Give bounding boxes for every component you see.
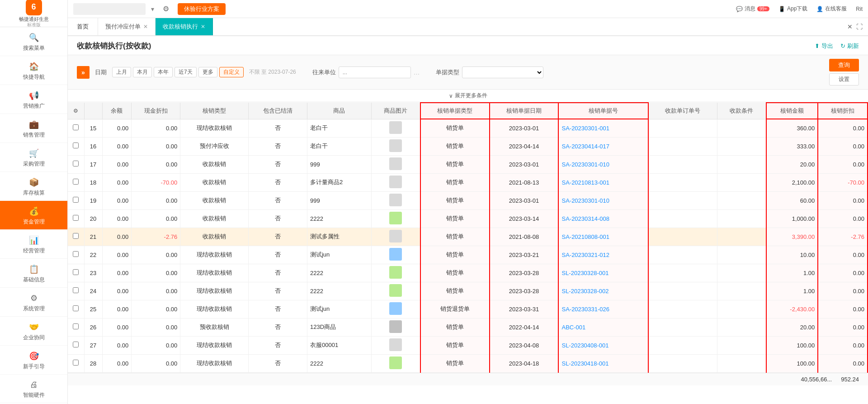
wo-doc-no-link[interactable]: SA-20230301-010 xyxy=(561,197,609,204)
date-this-year-btn[interactable]: 本年 xyxy=(154,67,173,77)
system-icon: ⚙ xyxy=(30,293,38,303)
wo-doc-no-link[interactable]: SL-20230328-001 xyxy=(561,270,609,276)
sidebar-item-inventory[interactable]: 📦 库存核算 xyxy=(0,172,67,201)
tab-prepay[interactable]: 预付冲应付单 ✕ xyxy=(98,18,156,35)
wo-doc-no-link[interactable]: SA-20210808-001 xyxy=(561,233,609,240)
cell-gear[interactable] xyxy=(68,264,84,282)
sidebar-item-marketing[interactable]: 📢 营销推广 xyxy=(0,85,67,114)
sidebar-item-search[interactable]: 🔍 搜索菜单 xyxy=(0,27,67,56)
cell-gear[interactable] xyxy=(68,318,84,336)
wo-doc-no-link[interactable]: SL-20230408-001 xyxy=(561,342,609,349)
export-button[interactable]: ⬆ 导出 xyxy=(815,42,833,50)
expand-conditions[interactable]: ∨ 展开更多条件 xyxy=(68,90,868,102)
table-row: 26 0.00 0.00 预收款核销 否 123D商品 销货单 2022-04-… xyxy=(68,318,868,336)
cell-wo-discount: 0.00 xyxy=(818,137,868,155)
sidebar-item-newbie[interactable]: 🎯 新手引导 xyxy=(0,346,67,375)
tab-home[interactable]: 首页 xyxy=(68,18,98,35)
row-checkbox[interactable] xyxy=(73,233,79,239)
col-gear[interactable]: ⚙ xyxy=(68,103,84,119)
tab-prepay-close-icon[interactable]: ✕ xyxy=(143,24,148,30)
product-thumbnail xyxy=(389,230,402,242)
date-7days-btn[interactable]: 近7天 xyxy=(175,67,197,77)
date-this-month-btn[interactable]: 本月 xyxy=(133,67,152,77)
row-checkbox[interactable] xyxy=(73,342,79,347)
cell-gear[interactable] xyxy=(68,354,84,372)
wo-doc-no-link[interactable]: SA-20230314-008 xyxy=(561,215,609,222)
cell-gear[interactable] xyxy=(68,173,84,191)
cell-gear[interactable] xyxy=(68,228,84,246)
tab-collect[interactable]: 收款核销执行 ✕ xyxy=(156,18,213,35)
tab-expand-icon[interactable]: ⛶ xyxy=(856,23,863,30)
date-last-month-btn[interactable]: 上月 xyxy=(112,67,131,77)
operations-icon: 📊 xyxy=(29,235,39,245)
cell-cash-discount: 0.00 xyxy=(132,282,180,300)
wo-doc-no-link[interactable]: SA-20230301-001 xyxy=(561,125,609,132)
sidebar-item-smart-hw[interactable]: 🖨 智能硬件 xyxy=(0,375,67,403)
row-checkbox[interactable] xyxy=(73,269,79,275)
filter-toggle-button[interactable]: » xyxy=(77,66,90,79)
query-button[interactable]: 查询 xyxy=(829,59,859,71)
app-download-button[interactable]: 📱 App下载 xyxy=(778,5,807,13)
main-area: ▾ ⚙ 休验行业方案 💬 消息 99+ 📱 App下载 👤 在线客服 xyxy=(68,0,868,404)
row-checkbox[interactable] xyxy=(73,197,79,203)
online-service-button[interactable]: 👤 在线客服 xyxy=(816,5,847,13)
date-custom-btn[interactable]: 自定义 xyxy=(219,67,244,77)
row-checkbox[interactable] xyxy=(73,323,79,329)
messages-button[interactable]: 💬 消息 99+ xyxy=(736,5,769,13)
cell-wo-doc-no: SA-20230301-010 xyxy=(558,155,648,173)
cell-gear[interactable] xyxy=(68,300,84,318)
solution-button[interactable]: 休验行业方案 xyxy=(178,3,226,15)
row-checkbox[interactable] xyxy=(73,179,79,185)
cell-product-img xyxy=(371,191,420,209)
cell-gear[interactable] xyxy=(68,336,84,354)
cell-gear[interactable] xyxy=(68,119,84,137)
row-checkbox[interactable] xyxy=(73,215,79,221)
tab-collect-close-icon[interactable]: ✕ xyxy=(201,24,205,30)
sidebar-item-purchase[interactable]: 🛒 采购管理 xyxy=(0,143,67,172)
cell-gear[interactable] xyxy=(68,282,84,300)
refresh-button[interactable]: ↻ 刷新 xyxy=(840,42,859,50)
wo-doc-no-link[interactable]: SA-20210813-001 xyxy=(561,179,609,186)
row-checkbox[interactable] xyxy=(73,360,79,366)
wo-doc-no-link[interactable]: SA-20230414-017 xyxy=(561,143,609,150)
sidebar-item-operations[interactable]: 📊 经营管理 xyxy=(0,230,67,259)
wo-doc-no-link[interactable]: SL-20230418-001 xyxy=(561,360,609,367)
cell-cash-discount: 0.00 xyxy=(132,246,180,264)
sidebar-item-finance[interactable]: 💰 资金管理 xyxy=(0,201,67,230)
cell-wo-discount: 0.00 xyxy=(818,155,868,173)
cell-gear[interactable] xyxy=(68,137,84,155)
settings-gear-icon[interactable]: ⚙ xyxy=(160,3,172,15)
date-more-btn[interactable]: 更多 xyxy=(198,67,217,77)
cell-wo-doc-no: SA-20230314-008 xyxy=(558,209,648,228)
wo-doc-no-link[interactable]: SA-20230331-026 xyxy=(561,306,609,313)
setting-button[interactable]: 设置 xyxy=(829,73,859,86)
cell-product-img xyxy=(371,300,420,318)
sidebar-item-system[interactable]: ⚙ 系统管理 xyxy=(0,288,67,317)
row-checkbox[interactable] xyxy=(73,251,79,257)
row-checkbox[interactable] xyxy=(73,161,79,166)
doc-type-select[interactable] xyxy=(462,67,543,78)
wo-doc-no-link[interactable]: SA-20230321-012 xyxy=(561,252,609,258)
partner-input[interactable] xyxy=(339,67,411,78)
row-checkbox[interactable] xyxy=(73,305,79,311)
cell-gear[interactable] xyxy=(68,155,84,173)
sidebar-item-corp[interactable]: 🤝 企业协同 xyxy=(0,317,67,346)
sidebar-item-quick-nav[interactable]: 🏠 快捷导航 xyxy=(0,56,67,85)
table-wrapper[interactable]: ⚙ 余额 现金折扣 核销类型 包含已结清 商品 商品图片 核销单据类型 核销单据… xyxy=(68,102,868,404)
top-dropdown[interactable]: ▾ xyxy=(151,5,154,13)
row-checkbox[interactable] xyxy=(73,143,79,148)
wo-doc-no-link[interactable]: SL-20230328-002 xyxy=(561,288,609,295)
wo-doc-no-link[interactable]: ABC-001 xyxy=(561,324,585,331)
wo-doc-no-link[interactable]: SA-20230301-010 xyxy=(561,161,609,168)
sidebar-item-base-info[interactable]: 📋 基础信息 xyxy=(0,259,67,288)
cell-wo-doc-type: 销货单 xyxy=(420,228,490,246)
sidebar-item-sales[interactable]: 💼 销售管理 xyxy=(0,114,67,143)
tab-minimize-icon[interactable]: ✕ xyxy=(847,23,853,30)
cell-wo-amount: 2,100.00 xyxy=(766,173,818,191)
cell-gear[interactable] xyxy=(68,191,84,209)
cell-balance: 0.00 xyxy=(102,228,132,246)
cell-gear[interactable] xyxy=(68,209,84,228)
cell-gear[interactable] xyxy=(68,246,84,264)
row-checkbox[interactable] xyxy=(73,124,79,130)
row-checkbox[interactable] xyxy=(73,287,79,293)
